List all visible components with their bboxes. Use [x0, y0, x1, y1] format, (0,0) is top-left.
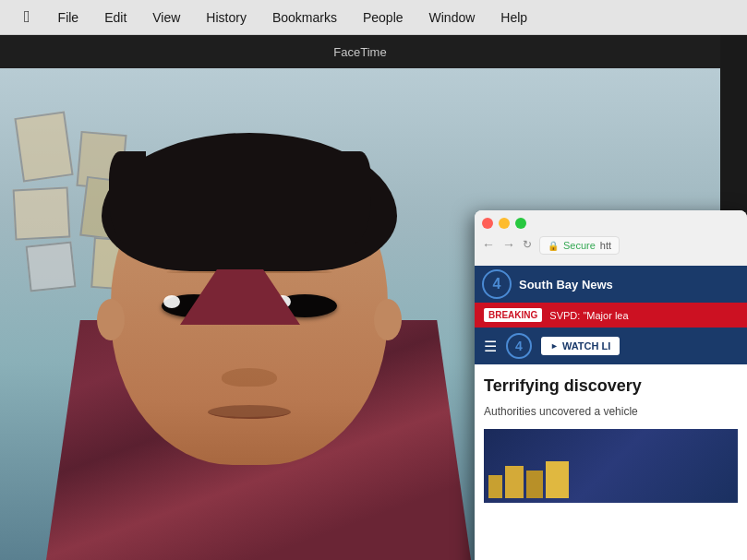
menu-edit[interactable]: Edit	[91, 0, 139, 34]
close-button[interactable]	[482, 218, 493, 229]
news-image	[484, 429, 738, 503]
menu-file[interactable]: File	[45, 0, 92, 34]
maximize-button[interactable]	[515, 218, 526, 229]
menu-help[interactable]: Help	[488, 0, 540, 34]
hamburger-icon[interactable]: ☰	[484, 338, 497, 355]
site-logo: 4	[482, 269, 512, 299]
news-nav: ☰ 4 ► WATCH LI	[475, 328, 747, 364]
ear-left	[97, 299, 125, 340]
play-icon: ►	[550, 341, 559, 351]
refresh-icon[interactable]: ↻	[523, 238, 532, 251]
address-bar[interactable]: 🔒 Secure htt	[539, 236, 620, 255]
menubar:  File Edit View History Bookmarks Peopl…	[0, 0, 747, 35]
lock-icon: 🔒	[548, 241, 559, 251]
browser-chrome: ← → ↻ 🔒 Secure htt	[475, 210, 747, 266]
traffic-lights	[482, 218, 740, 229]
apple-menu[interactable]: 	[9, 0, 45, 34]
hair-side-right	[334, 151, 371, 244]
menu-history[interactable]: History	[193, 0, 259, 34]
url-text: htt	[600, 240, 611, 251]
menu-view[interactable]: View	[139, 0, 193, 34]
browser-window: ← → ↻ 🔒 Secure htt 4 South Bay News BREA…	[475, 210, 747, 560]
nose	[222, 340, 277, 387]
watch-live-label: WATCH LI	[562, 340, 610, 351]
shirt-collar	[180, 269, 300, 325]
forward-arrow-icon[interactable]: →	[502, 237, 515, 252]
breaking-text: SVPD: "Major lea	[549, 310, 628, 321]
menu-bookmarks[interactable]: Bookmarks	[259, 0, 350, 34]
site-header: 4 South Bay News	[475, 266, 747, 303]
news-subtext: Authorities uncovered a vehicle	[484, 404, 738, 420]
ear-right	[374, 299, 402, 340]
hair-side-left	[109, 151, 146, 244]
browser-nav: ← → ↻ 🔒 Secure htt	[482, 234, 740, 255]
breaking-banner: BREAKING SVPD: "Major lea	[475, 303, 747, 328]
mouth	[208, 405, 291, 419]
news-content: Terrifying discovery Authorities uncover…	[475, 364, 747, 514]
eye-white-left	[163, 295, 180, 308]
breaking-label: BREAKING	[484, 308, 542, 322]
facetime-titlebar: FaceTime	[0, 35, 720, 68]
facetime-title: FaceTime	[333, 45, 386, 59]
menu-window[interactable]: Window	[416, 0, 488, 34]
back-arrow-icon[interactable]: ←	[482, 237, 495, 252]
news-headline: Terrifying discovery	[484, 375, 738, 397]
news-logo-nav: 4	[506, 333, 532, 359]
menu-people[interactable]: People	[350, 0, 416, 34]
site-name: South Bay News	[519, 278, 613, 292]
minimize-button[interactable]	[499, 218, 510, 229]
watch-live-button[interactable]: ► WATCH LI	[541, 337, 620, 355]
secure-label: Secure	[563, 240, 596, 251]
